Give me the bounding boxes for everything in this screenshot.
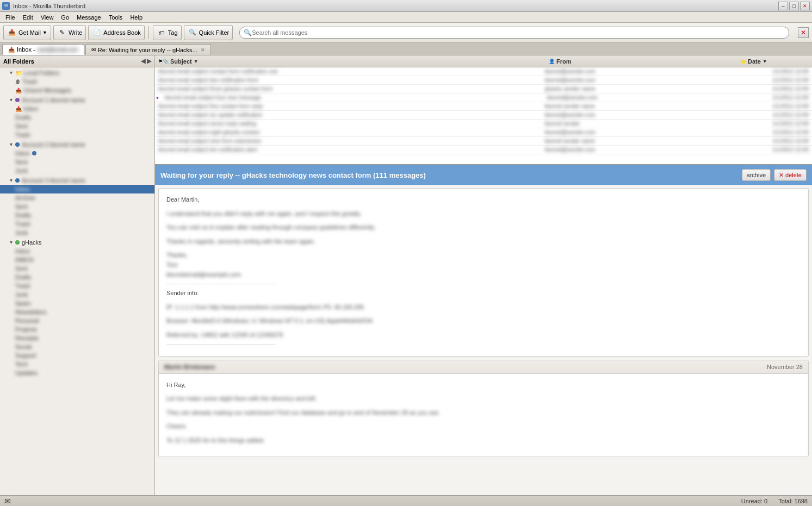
menu-message[interactable]: Message [73, 14, 104, 21]
window-controls[interactable]: – □ ✕ [778, 2, 810, 10]
folder-inbox-gh[interactable]: Inbox [0, 247, 154, 255]
body-2-line-2: They are already making our submission! … [166, 408, 801, 418]
folder-updates-gh[interactable]: Updates [0, 368, 154, 377]
delete-button[interactable]: ✕ delete [774, 169, 807, 181]
folder-INBOX-gh[interactable]: INBOX [0, 255, 154, 264]
folder-sent-a2[interactable]: Sent [0, 158, 154, 166]
minimize-button[interactable]: – [778, 2, 788, 10]
toolbar-close-button[interactable]: ✕ [798, 27, 809, 38]
sidebar-collapse-icon[interactable]: ◀ [141, 58, 145, 65]
list-item[interactable]: blurred email subject six update notific… [155, 111, 812, 120]
write-button[interactable]: ✎ Write [53, 25, 86, 40]
email-date: 1/1/2012 12:00 [738, 129, 809, 135]
folder-inbox-a2[interactable]: Inbox [0, 149, 154, 158]
folder-junk-gh[interactable]: Junk [0, 290, 154, 299]
col-date-sort: ▼ [763, 59, 767, 64]
quick-filter-icon: 🔍 [188, 28, 197, 38]
folder-account2[interactable]: ▼ Account 2 blurred name [0, 140, 154, 149]
separator-1 [166, 284, 275, 284]
menu-bar: File Edit View Go Message Tools Help [0, 12, 812, 23]
email-list-header: ⚑ 📎 Subject ▼ 👤 From ⭐ Date ▼ [155, 55, 812, 67]
list-item[interactable]: blurred email subject two notification f… [155, 76, 812, 85]
list-item[interactable]: blurred email subject contact form notif… [155, 67, 812, 76]
sidebar-expand-icon[interactable]: ▶ [147, 58, 151, 65]
close-button[interactable]: ✕ [800, 2, 810, 10]
list-item[interactable]: blurred email subject seven reply waitin… [155, 120, 812, 128]
folder-inbox-a3-selected[interactable]: Inbox [0, 185, 154, 193]
folder-drafts-gh[interactable]: Drafts [0, 273, 154, 282]
folder-social-gh[interactable]: Social [0, 342, 154, 351]
menu-edit[interactable]: Edit [20, 14, 36, 21]
folder-sent-a3[interactable]: Sent [0, 202, 154, 211]
tag-button[interactable]: 🏷 Tag [153, 25, 182, 40]
folder-sent-gh[interactable]: Sent [0, 264, 154, 273]
maximize-button[interactable]: □ [789, 2, 799, 10]
folder-label: Trash [15, 283, 30, 289]
sidebar-content: ▼ 📁 Local Folders 🗑 Trash 📤 Unsent Messa… [0, 67, 154, 495]
menu-file[interactable]: File [2, 14, 18, 21]
folder-trash-a3[interactable]: Trash [0, 220, 154, 228]
account-dot [15, 98, 20, 102]
menu-go[interactable]: Go [58, 14, 72, 21]
get-mail-button[interactable]: 📥 Get Mail ▼ [3, 25, 51, 40]
body-line-1: I understand that you didn't reply with … [166, 209, 801, 219]
folder-label: Drafts [15, 274, 31, 280]
email-subject: blurred email subject nine form submissi… [158, 138, 545, 144]
folder-unsent[interactable]: 📤 Unsent Messages [0, 86, 154, 95]
folder-personal-gh[interactable]: Personal [0, 316, 154, 325]
col-header-date[interactable]: ⭐ Date ▼ [738, 55, 809, 67]
tab-reply-close[interactable]: ✕ [201, 47, 205, 53]
list-item[interactable]: • blurred email subject four new message… [155, 93, 812, 102]
col-header-subject[interactable]: Subject ▼ [168, 55, 547, 67]
list-item[interactable]: blurred email subject ten notification a… [155, 146, 812, 154]
email-from: blurred sender name [545, 103, 738, 109]
folder-junk-a3[interactable]: Junk [0, 228, 154, 237]
folder-junk-a2[interactable]: Junk [0, 166, 154, 175]
folder-support-gh[interactable]: Support [0, 351, 154, 360]
menu-view[interactable]: View [38, 14, 57, 21]
folder-local-folders[interactable]: ▼ 📁 Local Folders [0, 68, 154, 77]
address-book-button[interactable]: 📄 Address Book [88, 25, 144, 40]
title-bar: ✉ Inbox - Mozilla Thunderbird – □ ✕ [0, 0, 812, 12]
folder-spam-gh[interactable]: Spam [0, 299, 154, 308]
menu-tools[interactable]: Tools [106, 14, 126, 21]
folder-archive-a3[interactable]: Archive [0, 193, 154, 202]
list-item[interactable]: blurred email subject eight ghacks conta… [155, 128, 812, 137]
folder-trash-a1[interactable]: Trash [0, 130, 154, 139]
folder-drafts-a1[interactable]: Drafts [0, 113, 154, 122]
unread-count: Unread: 0 [741, 498, 767, 504]
list-item[interactable]: blurred email subject five contact form … [155, 102, 812, 111]
folder-ghacks[interactable]: ▼ gHacks [0, 238, 154, 247]
email-subject: blurred email subject five contact form … [158, 103, 545, 109]
tab-strip: 📥 Inbox - user@email.com ✉ Re: Waiting f… [0, 42, 812, 55]
folder-sent-a1[interactable]: Sent [0, 122, 154, 130]
folder-newsletters-gh[interactable]: Newsletters [0, 308, 154, 316]
tab-inbox[interactable]: 📥 Inbox - user@email.com [2, 44, 84, 55]
unread-dot [32, 151, 36, 155]
menu-help[interactable]: Help [127, 14, 146, 21]
tab-reply[interactable]: ✉ Re: Waiting for your reply -- gHacks..… [85, 44, 211, 55]
folder-label: Drafts [15, 114, 31, 121]
col-header-from[interactable]: 👤 From [547, 55, 738, 67]
folder-trash-gh[interactable]: Trash [0, 282, 154, 290]
archive-button[interactable]: archive [742, 169, 771, 181]
folder-trash-local[interactable]: 🗑 Trash [0, 77, 154, 86]
list-item[interactable]: blurred email subject nine form submissi… [155, 137, 812, 146]
search-icon: 🔍 [244, 29, 252, 36]
folder-projects-gh[interactable]: Projects [0, 325, 154, 334]
folder-drafts-a3[interactable]: Drafts [0, 211, 154, 220]
folder-tech-gh[interactable]: Tech [0, 360, 154, 368]
list-item[interactable]: blurred email subject three ghacks conta… [155, 85, 812, 93]
folder-receipts-gh[interactable]: Receipts [0, 334, 154, 342]
folder-account1[interactable]: ▼ Account 1 blurred name [0, 96, 154, 104]
thread-title: Waiting for your reply -- gHacks technol… [160, 171, 426, 179]
folder-account3[interactable]: ▼ Account 3 blurred name [0, 176, 154, 185]
email-from: blurred@sender.com [547, 95, 738, 101]
sender-info-label: Sender info: [166, 289, 801, 298]
search-input[interactable] [239, 27, 789, 39]
flag-icon: ⚑ [158, 59, 163, 64]
quick-filter-button[interactable]: 🔍 Quick Filter [184, 25, 233, 40]
folder-inbox-a1[interactable]: 📥 Inbox [0, 104, 154, 113]
folder-label: Inbox [15, 186, 30, 192]
folder-label: Local Folders [23, 70, 59, 76]
